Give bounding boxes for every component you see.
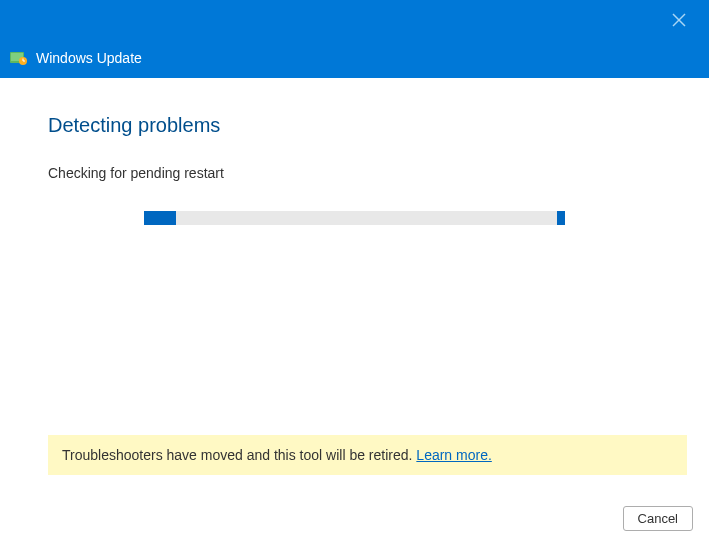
info-banner: Troubleshooters have moved and this tool… (48, 435, 687, 475)
progress-bar (144, 211, 565, 225)
cancel-button[interactable]: Cancel (623, 506, 693, 531)
close-button[interactable] (663, 8, 695, 32)
app-title: Windows Update (36, 50, 142, 66)
title-row: Windows Update (10, 50, 142, 66)
progress-chunk (144, 211, 176, 225)
page-heading: Detecting problems (48, 114, 661, 137)
close-icon (672, 13, 686, 27)
banner-text: Troubleshooters have moved and this tool… (62, 447, 416, 463)
progress-chunk (557, 211, 565, 225)
windows-update-icon (10, 50, 28, 66)
titlebar: Windows Update (0, 0, 709, 78)
footer: Cancel (623, 506, 693, 531)
learn-more-link[interactable]: Learn more. (416, 447, 491, 463)
content-area: Detecting problems Checking for pending … (0, 78, 709, 225)
status-text: Checking for pending restart (48, 165, 661, 181)
